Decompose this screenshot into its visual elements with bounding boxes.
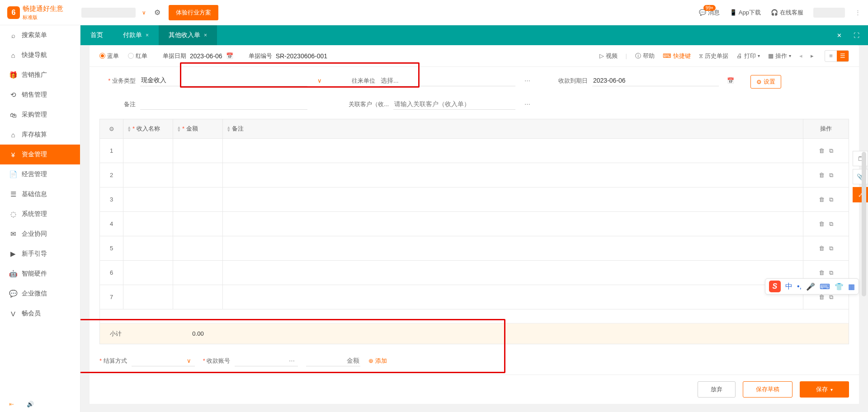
party-input[interactable] xyxy=(380,75,515,86)
cell-income-name[interactable] xyxy=(123,236,173,260)
cell-amount[interactable] xyxy=(173,236,223,260)
cell-remark[interactable] xyxy=(223,285,803,309)
more-icon[interactable]: ⋯ xyxy=(524,101,531,108)
delete-row-icon[interactable]: 🗑 xyxy=(819,269,825,276)
discard-button[interactable]: 放弃 xyxy=(698,381,736,398)
biz-type-input[interactable] xyxy=(140,75,307,86)
nav-next-icon[interactable]: ▸ xyxy=(811,52,814,59)
sidebar-item-3[interactable]: ⟲销售管理 xyxy=(0,85,80,105)
save-draft-button[interactable]: 保存草稿 xyxy=(743,381,793,398)
cell-amount[interactable] xyxy=(173,163,223,187)
sound-icon[interactable]: 🔊 xyxy=(27,401,34,407)
close-icon[interactable]: × xyxy=(146,32,149,38)
col-remark[interactable]: ▴▾备注 xyxy=(223,119,803,138)
cell-amount[interactable] xyxy=(173,261,223,285)
tool-video[interactable]: ▷视频 xyxy=(599,52,618,60)
topbar-messages[interactable]: 💬 消息 99+ xyxy=(699,9,720,17)
sidebar-item-8[interactable]: ☰基础信息 xyxy=(0,184,80,204)
delete-row-icon[interactable]: 🗑 xyxy=(819,196,825,203)
table-row[interactable]: 5🗑⧉ xyxy=(100,236,849,261)
col-amount[interactable]: ▴▾金额 xyxy=(173,119,223,138)
add-settle-line-button[interactable]: ⊕添加 xyxy=(368,357,387,365)
tab-expand-button[interactable]: ⛶ xyxy=(851,30,862,41)
remark-input[interactable] xyxy=(140,98,307,110)
scrollbar[interactable] xyxy=(862,152,866,296)
table-row[interactable]: 7🗑⧉ xyxy=(100,285,849,309)
rel-customer-input[interactable] xyxy=(393,98,515,110)
table-row[interactable]: 3🗑⧉ xyxy=(100,187,849,212)
cell-income-name[interactable] xyxy=(123,163,173,187)
settle-amount-input[interactable] xyxy=(306,355,360,366)
tab-1[interactable]: 付款单× xyxy=(113,25,159,45)
org-selector[interactable]: ∨ xyxy=(81,8,146,18)
tab-2[interactable]: 其他收入单× xyxy=(159,25,217,45)
nav-prev-icon[interactable]: ◂ xyxy=(799,52,802,59)
sidebar-item-6[interactable]: ¥资金管理 xyxy=(0,145,80,164)
cell-income-name[interactable] xyxy=(123,187,173,211)
cell-amount[interactable] xyxy=(173,285,223,309)
menu-icon[interactable]: ⋮ xyxy=(855,9,861,16)
sidebar-item-7[interactable]: 📄经营管理 xyxy=(0,164,80,184)
sidebar-item-2[interactable]: 🎁营销推广 xyxy=(0,65,80,85)
chevron-down-icon[interactable]: ∨ xyxy=(317,77,322,84)
sidebar-item-1[interactable]: ⌂快捷导航 xyxy=(0,45,80,65)
copy-row-icon[interactable]: ⧉ xyxy=(829,172,833,179)
sidebar-item-5[interactable]: ⌂库存核算 xyxy=(0,125,80,145)
tool-print[interactable]: 🖨打印▾ xyxy=(736,52,760,60)
settle-method-input[interactable] xyxy=(132,355,195,366)
table-row[interactable]: 4🗑⧉ xyxy=(100,212,849,236)
delete-row-icon[interactable]: 🗑 xyxy=(819,172,825,179)
cell-income-name[interactable] xyxy=(123,212,173,236)
gear-icon[interactable]: ⚙ xyxy=(154,8,160,17)
cell-income-name[interactable] xyxy=(123,285,173,309)
save-button[interactable]: 保存▾ xyxy=(800,381,849,398)
cell-remark[interactable] xyxy=(223,236,803,260)
topbar-customer-service[interactable]: 🎧在线客服 xyxy=(771,9,803,17)
ime-toolbox-icon[interactable]: ▦ xyxy=(848,282,855,291)
tool-operations[interactable]: ▦操作▾ xyxy=(768,52,791,60)
radio-red-doc[interactable]: 红单 xyxy=(128,52,147,60)
collapse-icon[interactable]: ⇤ xyxy=(9,401,14,407)
calendar-icon[interactable]: 📅 xyxy=(727,77,734,84)
more-icon[interactable]: ⋯ xyxy=(524,77,531,84)
tool-shortcut[interactable]: ⌨快捷键 xyxy=(663,52,691,60)
ime-keyboard-icon[interactable]: ⌨ xyxy=(820,282,830,291)
doc-date-value[interactable]: 2023-06-06 xyxy=(190,52,222,60)
ime-punct-icon[interactable]: •, xyxy=(797,282,802,290)
col-income-name[interactable]: ▴▾收入名称 xyxy=(123,119,173,138)
column-config-button[interactable]: ⚙ xyxy=(100,119,123,138)
cell-income-name[interactable] xyxy=(123,261,173,285)
cell-remark[interactable] xyxy=(223,163,803,187)
tool-history[interactable]: ⧖历史单据 xyxy=(699,52,728,60)
copy-row-icon[interactable]: ⧉ xyxy=(829,269,833,276)
receive-account-input[interactable] xyxy=(235,355,298,366)
cell-remark[interactable] xyxy=(223,212,803,236)
tool-help[interactable]: ⓘ帮助 xyxy=(635,52,655,60)
delete-row-icon[interactable]: 🗑 xyxy=(819,147,825,154)
trial-plan-button[interactable]: 体验行业方案 xyxy=(169,5,218,20)
delete-row-icon[interactable]: 🗑 xyxy=(819,245,825,252)
sidebar-item-11[interactable]: ▶新手引导 xyxy=(0,244,80,264)
cell-amount[interactable] xyxy=(173,212,223,236)
copy-row-icon[interactable]: ⧉ xyxy=(829,147,833,154)
more-icon[interactable]: ⋯ xyxy=(289,357,295,364)
settings-button[interactable]: ⚙设置 xyxy=(750,75,781,89)
cell-amount[interactable] xyxy=(173,187,223,211)
tab-0[interactable]: 首页 xyxy=(80,25,113,45)
ime-skin-icon[interactable]: 👕 xyxy=(835,282,844,291)
ime-mic-icon[interactable]: 🎤 xyxy=(806,282,815,291)
cell-income-name[interactable] xyxy=(123,139,173,163)
copy-row-icon[interactable]: ⧉ xyxy=(829,220,833,228)
close-icon[interactable]: × xyxy=(204,32,207,38)
table-row[interactable]: 2🗑⧉ xyxy=(100,163,849,187)
cell-remark[interactable] xyxy=(223,187,803,211)
tab-close-button[interactable]: ✕ xyxy=(834,30,844,41)
view-mode-toggle[interactable]: ≡☰ xyxy=(825,50,849,62)
ime-lang[interactable]: 中 xyxy=(785,282,793,291)
copy-row-icon[interactable]: ⧉ xyxy=(829,196,833,203)
cell-remark[interactable] xyxy=(223,139,803,163)
sidebar-item-10[interactable]: ✉企业协同 xyxy=(0,224,80,244)
sidebar-item-0[interactable]: ⌕搜索菜单 xyxy=(0,25,80,45)
chevron-down-icon[interactable]: ∨ xyxy=(187,357,191,364)
topbar-app-download[interactable]: 📱App下载 xyxy=(730,9,761,17)
